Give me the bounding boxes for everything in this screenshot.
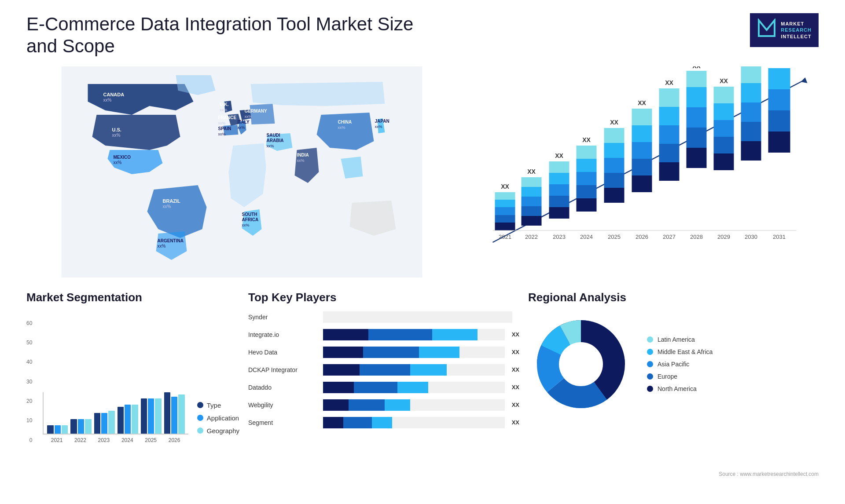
svg-text:xx%: xx% bbox=[267, 144, 274, 148]
bar-app-2026 bbox=[171, 397, 177, 434]
seg-chart-area: 60 50 40 30 20 10 0 bbox=[26, 311, 239, 443]
svg-rect-39 bbox=[495, 200, 515, 207]
svg-text:xx%: xx% bbox=[220, 108, 228, 112]
svg-text:XX: XX bbox=[638, 99, 646, 106]
svg-text:2023: 2023 bbox=[553, 234, 566, 240]
svg-rect-87 bbox=[714, 103, 734, 120]
logo-letter bbox=[757, 18, 776, 42]
player-value-integrate: XX bbox=[512, 331, 519, 338]
label-latin-america: Latin America bbox=[658, 336, 695, 343]
segmentation-title: Market Segmentation bbox=[26, 291, 239, 304]
svg-text:SPAIN: SPAIN bbox=[218, 126, 231, 131]
svg-rect-86 bbox=[714, 120, 734, 137]
svg-text:ITALY: ITALY bbox=[238, 120, 250, 124]
svg-rect-64 bbox=[604, 128, 625, 143]
svg-text:U.K.: U.K. bbox=[220, 102, 229, 107]
svg-text:2028: 2028 bbox=[690, 234, 703, 240]
bar-type-2023 bbox=[94, 413, 100, 434]
year-group-2026 bbox=[164, 392, 185, 434]
regional-panel: Regional Analysis bbox=[528, 291, 819, 467]
bar-app-2024 bbox=[125, 405, 131, 434]
svg-rect-92 bbox=[741, 102, 761, 122]
dot-middle-east bbox=[647, 349, 653, 355]
svg-rect-96 bbox=[768, 131, 790, 153]
logo-box: MARKET RESEARCH INTELLECT bbox=[750, 13, 819, 47]
page-container: E-Commerce Data Integration Tool Market … bbox=[0, 0, 845, 504]
svg-rect-60 bbox=[604, 188, 625, 203]
regional-title: Regional Analysis bbox=[528, 291, 819, 304]
bar-app-2021 bbox=[55, 425, 61, 434]
bar-app-2022 bbox=[78, 419, 84, 434]
svg-rect-90 bbox=[741, 141, 761, 161]
seg-bars bbox=[43, 392, 188, 435]
svg-marker-0 bbox=[759, 20, 775, 36]
bar-seg2-dckap bbox=[360, 364, 411, 376]
player-row-webgility: Webgility XX bbox=[248, 399, 519, 411]
svg-text:XX: XX bbox=[665, 79, 673, 86]
svg-rect-75 bbox=[659, 107, 680, 125]
bar-seg2-integrate bbox=[368, 329, 432, 340]
segmentation-panel: Market Segmentation 60 50 40 30 20 10 0 bbox=[26, 291, 239, 467]
dot-north-america bbox=[647, 386, 653, 392]
legend-label-geo: Geography bbox=[207, 427, 239, 435]
bar-type-2024 bbox=[118, 407, 124, 434]
svg-rect-98 bbox=[768, 89, 790, 110]
svg-text:SOUTH: SOUTH bbox=[242, 212, 257, 217]
dot-asia-pacific bbox=[647, 361, 653, 367]
svg-rect-73 bbox=[659, 144, 680, 162]
legend-app: Application bbox=[197, 414, 239, 422]
legend-label-type: Type bbox=[207, 402, 221, 409]
player-name-segment: Segment bbox=[248, 419, 319, 426]
svg-rect-36 bbox=[495, 223, 515, 230]
player-value-webgility: XX bbox=[512, 402, 519, 408]
svg-text:XX: XX bbox=[692, 66, 701, 69]
svg-text:ARGENTINA: ARGENTINA bbox=[158, 238, 184, 243]
svg-rect-42 bbox=[522, 216, 542, 226]
legend-type: Type bbox=[197, 402, 239, 409]
player-name-dckap: DCKAP Integrator bbox=[248, 366, 319, 373]
svg-text:2024: 2024 bbox=[580, 234, 593, 240]
label-north-america: North America bbox=[658, 385, 697, 392]
bar-seg2-dataddo bbox=[354, 382, 397, 393]
svg-rect-81 bbox=[687, 87, 707, 107]
bar-type-2022 bbox=[70, 419, 77, 434]
svg-text:xx%: xx% bbox=[242, 223, 250, 227]
legend-dot-type bbox=[197, 402, 203, 408]
world-map: CANADA xx% U.S. xx% MEXICO xx% BRAZIL xx… bbox=[26, 66, 457, 278]
svg-rect-61 bbox=[604, 173, 625, 188]
svg-text:2022: 2022 bbox=[525, 234, 538, 240]
svg-rect-48 bbox=[549, 207, 569, 219]
svg-rect-82 bbox=[687, 71, 707, 87]
svg-rect-84 bbox=[714, 153, 734, 170]
svg-text:xx%: xx% bbox=[245, 114, 252, 119]
bar-type-2026 bbox=[164, 392, 170, 434]
svg-rect-51 bbox=[549, 173, 569, 184]
svg-text:CHINA: CHINA bbox=[338, 120, 352, 124]
top-section: CANADA xx% U.S. xx% MEXICO xx% BRAZIL xx… bbox=[26, 66, 819, 278]
svg-text:FRANCE: FRANCE bbox=[218, 115, 237, 120]
svg-rect-70 bbox=[632, 109, 652, 125]
player-row-synder: Synder bbox=[248, 311, 519, 323]
player-bar-synder bbox=[323, 311, 512, 323]
year-group-2023 bbox=[94, 411, 115, 434]
svg-text:xx%: xx% bbox=[218, 132, 226, 136]
player-row-hevo: Hevo Data XX bbox=[248, 347, 519, 358]
legend-dot-app bbox=[197, 415, 203, 421]
svg-text:xx%: xx% bbox=[338, 125, 345, 130]
svg-rect-49 bbox=[549, 196, 569, 207]
bar-geo-2025 bbox=[155, 398, 161, 434]
source-text: Source : www.marketresearchintellect.com bbox=[26, 471, 819, 477]
svg-rect-54 bbox=[577, 198, 597, 212]
svg-text:2021: 2021 bbox=[499, 234, 511, 240]
player-bar-integrate bbox=[323, 329, 505, 340]
svg-text:XX: XX bbox=[582, 136, 591, 143]
svg-rect-40 bbox=[495, 192, 515, 200]
dot-latin-america bbox=[647, 336, 653, 343]
bar-seg3-integrate bbox=[432, 329, 478, 340]
players-panel: Top Key Players Synder Integrate.io XX bbox=[248, 291, 519, 467]
year-group-2022 bbox=[70, 419, 91, 434]
bar-geo-2026 bbox=[178, 394, 184, 434]
player-row-integrate: Integrate.io XX bbox=[248, 329, 519, 340]
svg-text:2027: 2027 bbox=[663, 234, 676, 240]
svg-rect-63 bbox=[604, 143, 625, 158]
